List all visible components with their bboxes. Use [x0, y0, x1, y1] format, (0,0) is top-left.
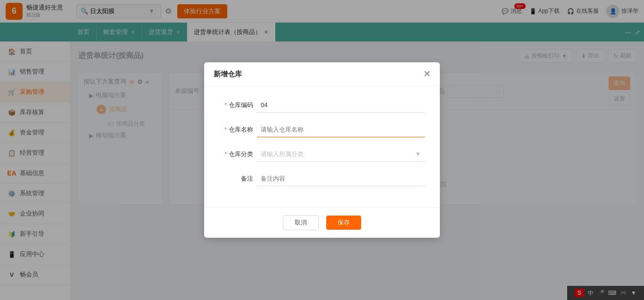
modal-close-button[interactable]: ✕	[423, 69, 430, 79]
category-placeholder: 请输入所属分类	[261, 150, 304, 158]
warehouse-note-label: 备注	[219, 175, 257, 183]
category-arrow-icon: ▼	[415, 150, 421, 158]
modal-overlay: 新增仓库 ✕ 仓库编码 仓库名称 仓库分类 请输入所属分类 ▼	[0, 0, 644, 300]
warehouse-name-row: 仓库名称	[219, 122, 425, 137]
warehouse-name-label: 仓库名称	[219, 125, 257, 134]
warehouse-category-select[interactable]: 请输入所属分类 ▼	[257, 147, 425, 162]
warehouse-category-row: 仓库分类 请输入所属分类 ▼	[219, 147, 425, 162]
add-warehouse-modal: 新增仓库 ✕ 仓库编码 仓库名称 仓库分类 请输入所属分类 ▼	[204, 62, 440, 238]
warehouse-note-input[interactable]	[257, 171, 425, 186]
modal-header: 新增仓库 ✕	[204, 62, 440, 86]
modal-title: 新增仓库	[214, 70, 242, 79]
warehouse-code-label: 仓库编码	[219, 101, 257, 109]
warehouse-code-input[interactable]	[257, 98, 425, 113]
warehouse-category-label: 仓库分类	[219, 150, 257, 158]
warehouse-code-row: 仓库编码	[219, 98, 425, 113]
save-button[interactable]: 保存	[326, 216, 361, 230]
modal-footer: 取消 保存	[204, 207, 440, 238]
cancel-button[interactable]: 取消	[283, 215, 319, 230]
warehouse-name-input[interactable]	[257, 122, 425, 137]
modal-body: 仓库编码 仓库名称 仓库分类 请输入所属分类 ▼ 备注	[204, 86, 440, 207]
warehouse-note-row: 备注	[219, 171, 425, 186]
